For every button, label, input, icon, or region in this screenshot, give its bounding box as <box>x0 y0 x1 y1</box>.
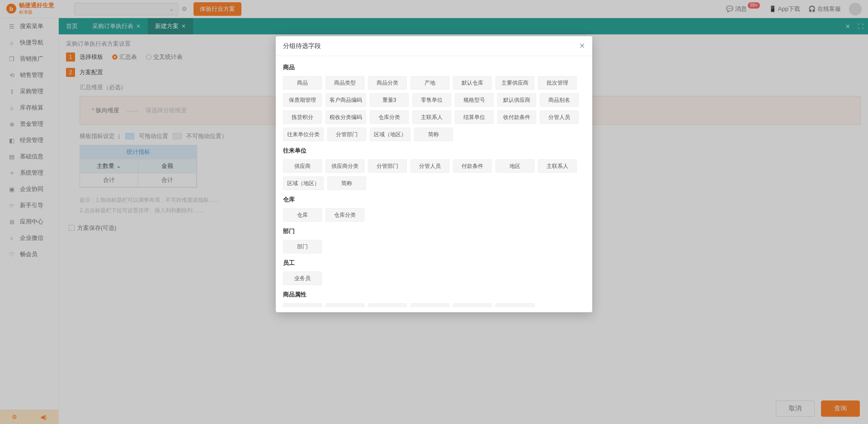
field-chip[interactable]: 区域（地区） <box>370 128 410 141</box>
field-chip[interactable]: 重量3 <box>370 93 409 107</box>
field-chip-list: 业务员 <box>283 272 585 285</box>
field-picker-modal: 分组待选字段 ✕ 商品商品商品类型商品分类产地默认仓库主要供应商批次管理保质期管… <box>276 36 592 312</box>
close-icon[interactable]: ✕ <box>579 42 585 50</box>
field-chip[interactable]: 属性 <box>283 303 322 307</box>
field-chip[interactable]: 分管部门 <box>368 159 407 173</box>
field-chip[interactable]: 鞋码 <box>453 303 492 307</box>
field-chip-list: 供应商供应商分类分管部门分管人员付款条件地区主联系人区域（地区）简称 <box>283 159 585 190</box>
field-chip[interactable]: 分管人员 <box>540 110 579 124</box>
field-group-title: 员工 <box>283 259 585 267</box>
field-chip[interactable]: 主要供应商 <box>495 76 534 90</box>
app-root: b 畅捷通好生意 标准版 ⌄ ⚙ 体验行业方案 💬 消息 99+ 📱 App下载… <box>0 0 868 424</box>
field-chip[interactable]: 供应商 <box>283 159 322 173</box>
field-chip[interactable]: 零售单位 <box>412 93 451 107</box>
field-chip-list: 属性颜色多规格尺码鞋码1 <box>283 303 585 307</box>
field-chip[interactable]: 仓库 <box>283 208 322 222</box>
field-group: 往来单位供应商供应商分类分管部门分管人员付款条件地区主联系人区域（地区）简称 <box>283 147 585 190</box>
field-chip[interactable]: 商品 <box>283 76 322 90</box>
field-chip[interactable]: 商品类型 <box>326 76 364 90</box>
field-chip[interactable]: 地区 <box>495 159 534 173</box>
field-chip[interactable]: 收付款条件 <box>497 110 536 124</box>
field-chip[interactable]: 付款条件 <box>453 159 492 173</box>
field-chip[interactable]: 业务员 <box>283 272 322 285</box>
field-chip[interactable]: 部门 <box>283 240 322 253</box>
field-chip[interactable]: 分管部门 <box>327 128 366 141</box>
field-group-title: 部门 <box>283 227 585 235</box>
modal-title: 分组待选字段 <box>283 42 321 50</box>
field-group: 部门部门 <box>283 227 585 253</box>
field-chip[interactable]: 仓库分类 <box>326 208 364 222</box>
field-group: 仓库仓库仓库分类 <box>283 195 585 222</box>
field-chip-list: 商品商品类型商品分类产地默认仓库主要供应商批次管理保质期管理客户商品编码重量3零… <box>283 76 585 141</box>
field-chip[interactable]: 区域（地区） <box>283 176 324 190</box>
field-chip[interactable]: 保质期管理 <box>283 93 322 107</box>
field-group: 员工业务员 <box>283 259 585 285</box>
field-chip-list: 部门 <box>283 240 585 253</box>
field-chip[interactable]: 仓库分类 <box>370 110 409 124</box>
field-chip[interactable]: 拣货积分 <box>283 110 322 124</box>
field-chip[interactable]: 简称 <box>414 128 453 141</box>
modal-body: 商品商品商品类型商品分类产地默认仓库主要供应商批次管理保质期管理客户商品编码重量… <box>276 56 592 307</box>
field-chip[interactable]: 多规格 <box>368 303 407 307</box>
field-group-title: 商品属性 <box>283 291 585 299</box>
modal-header: 分组待选字段 ✕ <box>276 36 592 56</box>
field-chip[interactable]: 往来单位分类 <box>283 128 324 141</box>
field-group-title: 往来单位 <box>283 147 585 155</box>
modal-h-scroll[interactable] <box>276 307 592 312</box>
field-chip[interactable]: 产地 <box>410 76 449 90</box>
field-chip[interactable]: 批次管理 <box>538 76 577 90</box>
field-chip[interactable]: 商品分类 <box>368 76 407 90</box>
field-chip[interactable]: 供应商分类 <box>326 159 364 173</box>
field-chip[interactable]: 默认仓库 <box>453 76 492 90</box>
field-chip[interactable]: 颜色 <box>326 303 364 307</box>
field-chip[interactable]: 分管人员 <box>410 159 449 173</box>
field-group: 商品属性属性颜色多规格尺码鞋码1 <box>283 291 585 307</box>
field-chip[interactable]: 默认供应商 <box>497 93 536 107</box>
field-chip[interactable]: 主联系人 <box>538 159 577 173</box>
field-chip[interactable]: 尺码 <box>410 303 449 307</box>
modal-mask[interactable]: 分组待选字段 ✕ 商品商品商品类型商品分类产地默认仓库主要供应商批次管理保质期管… <box>0 0 868 424</box>
field-chip[interactable]: 1 <box>495 303 534 307</box>
field-chip[interactable]: 简称 <box>327 176 366 190</box>
field-chip[interactable]: 税收分类编码 <box>326 110 366 124</box>
field-chip[interactable]: 主联系人 <box>412 110 451 124</box>
field-chip-list: 仓库仓库分类 <box>283 208 585 222</box>
field-group: 商品商品商品类型商品分类产地默认仓库主要供应商批次管理保质期管理客户商品编码重量… <box>283 63 585 141</box>
field-chip[interactable]: 商品别名 <box>540 93 579 107</box>
field-chip[interactable]: 客户商品编码 <box>326 93 366 107</box>
field-chip[interactable]: 规格型号 <box>455 93 494 107</box>
field-group-title: 仓库 <box>283 195 585 204</box>
field-chip[interactable]: 结算单位 <box>455 110 494 124</box>
field-group-title: 商品 <box>283 63 585 71</box>
